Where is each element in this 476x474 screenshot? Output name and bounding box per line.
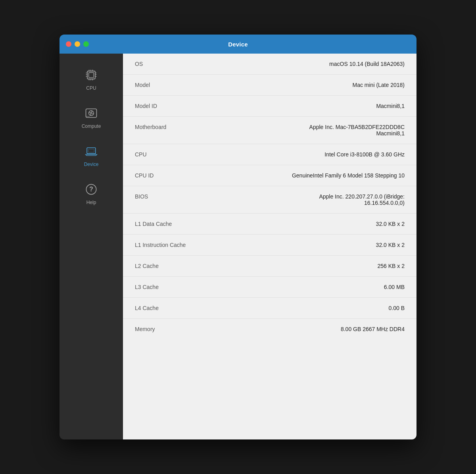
device-icon: [83, 143, 99, 159]
svg-text:?: ?: [89, 185, 93, 193]
table-row: CPU IDGenuineIntel Family 6 Model 158 St…: [123, 165, 416, 186]
sidebar-item-compute[interactable]: Compute: [63, 100, 119, 135]
table-row: L1 Data Cache32.0 KB x 2: [123, 214, 416, 235]
minimize-button[interactable]: [75, 41, 80, 47]
row-label: Model ID: [135, 103, 198, 109]
row-label: L3 Cache: [135, 284, 198, 290]
close-button[interactable]: [66, 41, 71, 47]
sidebar-item-cpu[interactable]: CPU: [63, 62, 119, 96]
row-label: OS: [135, 61, 198, 67]
sidebar: CPU: [60, 54, 123, 439]
row-label: Memory: [135, 326, 198, 332]
row-label: Motherboard: [135, 124, 198, 130]
table-row: Memory8.00 GB 2667 MHz DDR4: [123, 319, 416, 339]
row-value: Apple Inc. Mac-7BA5B2DFE22DDD8C Macmini8…: [309, 124, 405, 137]
row-value: 256 KB x 2: [378, 263, 405, 269]
cpu-icon: [83, 67, 99, 83]
row-value: 0.00 B: [389, 305, 405, 311]
row-value: Apple Inc. 220.207.27.0.0 (iBridge: 16.1…: [319, 193, 405, 206]
main-window: Device: [60, 35, 416, 439]
svg-rect-22: [88, 149, 94, 152]
row-value: 32.0 KB x 2: [376, 221, 405, 227]
row-label: L4 Cache: [135, 305, 198, 311]
table-row: MotherboardApple Inc. Mac-7BA5B2DFE22DDD…: [123, 117, 416, 144]
sidebar-device-label: Device: [84, 162, 99, 167]
table-row: L4 Cache0.00 B: [123, 298, 416, 319]
row-label: Model: [135, 82, 198, 88]
table-row: CPUIntel Core i3-8100B @ 3.60 GHz: [123, 144, 416, 165]
table-row: L3 Cache6.00 MB: [123, 277, 416, 298]
row-value: GenuineIntel Family 6 Model 158 Stepping…: [292, 172, 405, 179]
row-label: CPU ID: [135, 172, 198, 179]
row-label: L1 Instruction Cache: [135, 242, 198, 248]
row-value: macOS 10.14 (Build 18A2063): [329, 61, 405, 67]
window-controls: [66, 41, 89, 47]
svg-rect-14: [86, 109, 97, 118]
table-row: OSmacOS 10.14 (Build 18A2063): [123, 54, 416, 75]
sidebar-compute-label: Compute: [82, 123, 101, 129]
main-content: CPU: [60, 54, 416, 439]
help-icon: ?: [83, 181, 99, 197]
row-value: Mac mini (Late 2018): [352, 82, 405, 88]
window-title: Device: [228, 41, 248, 48]
table-row: L2 Cache256 KB x 2: [123, 256, 416, 277]
row-label: L2 Cache: [135, 263, 198, 269]
maximize-button[interactable]: [83, 41, 89, 47]
sidebar-item-device[interactable]: Device: [63, 138, 119, 173]
svg-point-15: [89, 111, 94, 116]
table-row: L1 Instruction Cache32.0 KB x 2: [123, 235, 416, 256]
row-label: CPU: [135, 151, 198, 158]
sidebar-item-help[interactable]: ? Help: [63, 176, 119, 211]
table-row: Model IDMacmini8,1: [123, 96, 416, 117]
row-value: Macmini8,1: [376, 103, 405, 109]
sidebar-cpu-label: CPU: [86, 85, 96, 91]
table-row: ModelMac mini (Late 2018): [123, 75, 416, 96]
info-table: OSmacOS 10.14 (Build 18A2063)ModelMac mi…: [123, 54, 416, 339]
titlebar: Device: [60, 35, 416, 54]
table-row: BIOSApple Inc. 220.207.27.0.0 (iBridge: …: [123, 186, 416, 214]
svg-point-16: [90, 112, 92, 114]
compute-icon: [83, 105, 99, 121]
content-panel: OSmacOS 10.14 (Build 18A2063)ModelMac mi…: [123, 54, 416, 439]
row-label: L1 Data Cache: [135, 221, 198, 227]
row-value: 32.0 KB x 2: [376, 242, 405, 248]
svg-rect-1: [89, 73, 94, 78]
row-value: Intel Core i3-8100B @ 3.60 GHz: [324, 151, 405, 158]
row-value: 6.00 MB: [384, 284, 405, 290]
row-label: BIOS: [135, 193, 198, 200]
row-value: 8.00 GB 2667 MHz DDR4: [341, 326, 405, 332]
sidebar-help-label: Help: [86, 200, 96, 205]
